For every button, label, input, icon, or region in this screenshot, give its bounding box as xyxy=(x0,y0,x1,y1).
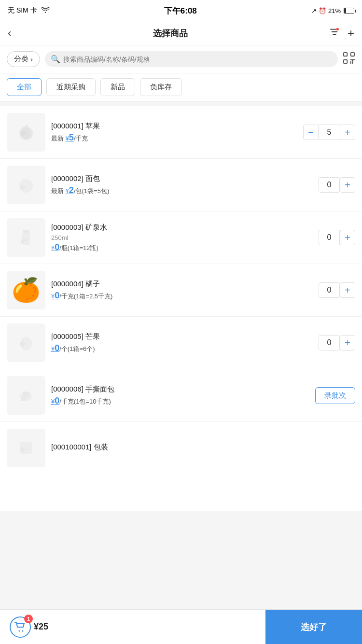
svg-point-28 xyxy=(19,630,20,631)
product-image: 智+ xyxy=(7,376,45,415)
quantity-increase-button[interactable]: + xyxy=(340,125,355,140)
product-image: 智+ xyxy=(7,323,45,362)
table-row: 智+ [0000002] 面包 最新 ¥2/包(1袋=5包) + xyxy=(0,159,362,211)
divider xyxy=(0,101,362,106)
quantity-input[interactable] xyxy=(319,125,340,140)
price-label: 最新 xyxy=(51,187,66,195)
price-unit: /千克 xyxy=(74,135,88,142)
svg-text:智+: 智+ xyxy=(20,396,27,401)
price-amount: 5 xyxy=(69,133,74,142)
svg-rect-6 xyxy=(344,60,347,63)
cart-total: ¥25 xyxy=(34,622,48,632)
product-info: [0000002] 面包 最新 ¥2/包(1袋=5包) xyxy=(51,174,313,196)
quantity-control: + xyxy=(319,230,355,245)
quantity-control: + xyxy=(319,335,355,350)
product-spec: 250ml xyxy=(51,234,313,241)
price-unit: /千克(1箱=2.5千克) xyxy=(59,293,112,300)
page-title: 选择商品 xyxy=(153,28,188,39)
wifi-icon xyxy=(41,7,50,15)
table-row: 智+ [000100001] 包装 xyxy=(0,422,362,511)
svg-rect-5 xyxy=(351,53,354,56)
price-label: 最新 xyxy=(51,135,66,142)
svg-text:智+: 智+ xyxy=(20,131,27,136)
product-image: 🍊 xyxy=(7,271,45,309)
add-button[interactable]: + xyxy=(348,27,354,40)
tab-new[interactable]: 新品 xyxy=(100,78,135,96)
svg-text:智+: 智+ xyxy=(20,447,27,452)
svg-point-3 xyxy=(336,28,339,30)
tab-negative[interactable]: 负库存 xyxy=(140,78,182,96)
product-price: 最新 ¥2/包(1袋=5包) xyxy=(51,185,313,196)
filter-icon[interactable] xyxy=(329,27,340,39)
product-name: [0000006] 手撕面包 xyxy=(51,385,309,394)
battery-icon xyxy=(344,8,354,14)
status-right: ↗ ⏰ 21% xyxy=(311,7,354,14)
product-list: 智+ [0000001] 苹果 最新 ¥5/千克 − + 智+ xyxy=(0,106,362,511)
scan-icon[interactable] xyxy=(343,52,355,67)
product-info: [0000001] 苹果 最新 ¥5/千克 xyxy=(51,122,297,143)
alarm-icon: ⏰ xyxy=(319,7,326,14)
quantity-control: + xyxy=(319,177,355,193)
cart-section: 1 ¥25 xyxy=(0,616,265,638)
product-price: ¥0/千克(1包=10千克) xyxy=(51,396,309,406)
svg-text:智+: 智+ xyxy=(20,238,27,243)
product-name: [000100001] 包装 xyxy=(51,443,355,452)
product-name: [0000003] 矿泉水 xyxy=(51,223,313,232)
status-left: 无 SIM 卡 xyxy=(8,6,50,15)
batch-button[interactable]: 录批次 xyxy=(315,387,355,404)
product-name: [0000005] 芒果 xyxy=(51,332,313,341)
category-button[interactable]: 分类 › xyxy=(7,51,40,67)
price-unit: /瓶(1箱=12瓶) xyxy=(59,244,98,252)
confirm-button[interactable]: 选好了 xyxy=(265,610,362,644)
search-icon: 🔍 xyxy=(51,55,60,64)
quantity-input[interactable] xyxy=(319,335,340,350)
quantity-increase-button[interactable]: + xyxy=(340,230,355,245)
table-row: 智+ [0000006] 手撕面包 ¥0/千克(1包=10千克) 录批次 xyxy=(0,369,362,422)
quantity-input[interactable] xyxy=(319,282,340,298)
svg-point-29 xyxy=(22,630,24,631)
product-info: [0000005] 芒果 ¥0/个(1箱=6个) xyxy=(51,332,313,353)
battery-percent: 21% xyxy=(328,7,341,14)
quantity-control: 录批次 xyxy=(315,387,355,404)
quantity-decrease-button[interactable]: − xyxy=(303,125,319,140)
quantity-increase-button[interactable]: + xyxy=(340,282,355,298)
table-row: 智+ [0000001] 苹果 最新 ¥5/千克 − + xyxy=(0,106,362,159)
product-name: [0000001] 苹果 xyxy=(51,122,297,131)
product-price: ¥0/瓶(1箱=12瓶) xyxy=(51,242,313,252)
tab-recent[interactable]: 近期采购 xyxy=(46,78,96,96)
back-button[interactable]: ‹ xyxy=(8,27,11,40)
status-time: 下午6:08 xyxy=(164,5,197,16)
price-amount: 0 xyxy=(55,396,59,406)
category-chevron: › xyxy=(30,55,33,63)
product-info: [000100001] 包装 xyxy=(51,443,355,454)
product-name: [0000002] 面包 xyxy=(51,174,313,183)
nav-bar: ‹ 选择商品 + xyxy=(0,21,362,45)
quantity-increase-button[interactable]: + xyxy=(340,335,355,350)
product-price: ¥0/个(1箱=6个) xyxy=(51,343,313,353)
product-price: ¥0/千克(1箱=2.5千克) xyxy=(51,291,313,301)
product-image: 智+ xyxy=(7,429,45,467)
search-input[interactable] xyxy=(63,56,332,63)
quantity-input[interactable] xyxy=(319,230,340,245)
price-amount: 0 xyxy=(55,242,59,252)
price-amount: 0 xyxy=(55,343,59,353)
svg-text:智+: 智+ xyxy=(20,185,27,190)
product-info: [0000006] 手撕面包 ¥0/千克(1包=10千克) xyxy=(51,385,309,406)
table-row: 智+ [0000005] 芒果 ¥0/个(1箱=6个) + xyxy=(0,317,362,369)
cart-badge: 1 xyxy=(24,615,33,623)
quantity-increase-button[interactable]: + xyxy=(340,177,355,193)
location-icon: ↗ xyxy=(311,7,317,14)
price-unit: /包 xyxy=(74,187,82,195)
product-image: 智+ xyxy=(7,113,45,152)
category-label: 分类 xyxy=(14,55,28,64)
product-name: [0000004] 橘子 xyxy=(51,280,313,289)
svg-rect-19 xyxy=(23,230,29,233)
product-price: 最新 ¥5/千克 xyxy=(51,133,297,143)
price-currency: ¥ xyxy=(66,135,69,142)
quantity-control: − + xyxy=(303,125,355,140)
tabs-bar: 全部 近期采购 新品 负库存 xyxy=(0,73,362,101)
cart-button[interactable]: 1 xyxy=(10,616,31,638)
quantity-input[interactable] xyxy=(319,177,340,193)
tab-all[interactable]: 全部 xyxy=(7,78,42,96)
status-bar: 无 SIM 卡 下午6:08 ↗ ⏰ 21% xyxy=(0,0,362,21)
